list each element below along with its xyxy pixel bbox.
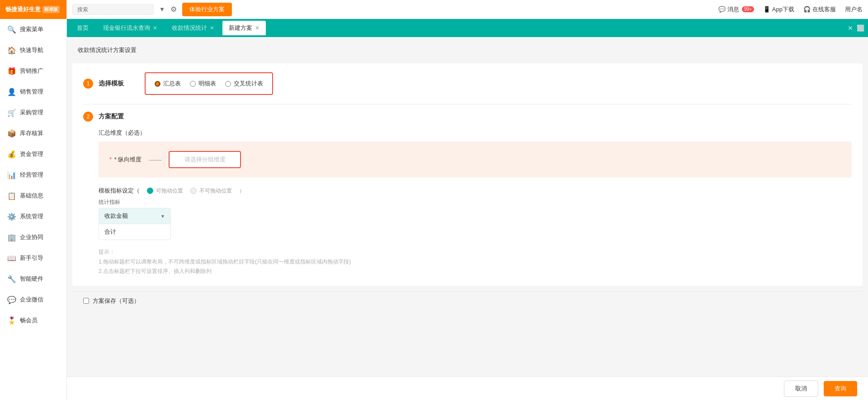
customer-service-label: 在线客服 [812, 5, 836, 14]
logo-text: 畅捷通好生意 [5, 5, 41, 14]
breadcrumb: 收款情况统计方案设置 [72, 42, 863, 58]
app-download-item[interactable]: 📱 App下载 [763, 5, 794, 14]
building-icon: 🏢 [7, 233, 16, 242]
radio-cross-input[interactable] [225, 81, 231, 87]
metrics-grid-container: 统计指标 收款金额 ▼ 合计 [99, 198, 852, 240]
settings-icon[interactable]: ⚙ [170, 5, 177, 14]
tab-bank-flow-label: 现金银行流水查询 [103, 24, 150, 32]
sidebar-item-marketing[interactable]: 🎁 营销推广 [0, 61, 66, 81]
main-content: ▼ ⚙ 体验行业方案 💬 消息 99+ 📱 App下载 🎧 在线客服 用户名 首… [67, 0, 868, 400]
tab-collection-stat-label: 收款情况统计 [172, 24, 207, 32]
draggable-hint: 可拖动位置 [147, 187, 183, 195]
trial-button[interactable]: 体验行业方案 [182, 3, 232, 16]
tab-bank-flow-close-icon[interactable]: ✕ [153, 25, 157, 31]
notification-item[interactable]: 💬 消息 99+ [718, 5, 754, 14]
sidebar-item-label: 库存核算 [20, 129, 43, 137]
sidebar-item-system[interactable]: ⚙️ 系统管理 [0, 206, 66, 227]
money-icon: 💰 [7, 150, 16, 159]
sidebar-item-inventory[interactable]: 📦 库存核算 [0, 123, 66, 144]
radio-detail-input[interactable] [190, 81, 196, 87]
template-radio-group: 汇总表 明细表 交叉统计表 [155, 80, 263, 88]
tab-home[interactable]: 首页 [71, 21, 95, 35]
sidebar-item-operations[interactable]: 📊 经营管理 [0, 165, 66, 185]
dimension-title: 汇总维度（必选） [99, 129, 852, 137]
tabbar: 首页 现金银行流水查询 ✕ 收款情况统计 ✕ 新建方案 ✕ ✕ ⬜ [67, 19, 868, 37]
draggable-indicator [147, 188, 153, 194]
undraggable-indicator [190, 188, 197, 194]
sidebar-item-purchase[interactable]: 🛒 采购管理 [0, 102, 66, 123]
tab-new-plan[interactable]: 新建方案 ✕ [222, 21, 266, 35]
tab-collection-stat-close-icon[interactable]: ✕ [210, 25, 214, 31]
dimension-subsection: 汇总维度（必选） * * 纵向维度 —— 请选择分组维度 [99, 129, 852, 277]
tip-line1: 1.拖动标题栏可以调整布局，不可跨维度或指标区域拖动栏目字段(只能在同一维度或指… [99, 257, 852, 267]
dropdown-arrow-icon[interactable]: ▼ [159, 6, 165, 13]
arrow-right-icon: —— [149, 156, 161, 163]
metrics-dropdown-arrow-icon[interactable]: ▼ [160, 214, 165, 219]
sidebar-item-label: 企业协同 [20, 233, 43, 241]
sidebar-item-wechat[interactable]: 💬 企业微信 [0, 289, 66, 310]
step1-label: 选择模板 [99, 80, 124, 88]
search-input[interactable] [72, 4, 154, 15]
sidebar-item-sales[interactable]: 👤 销售管理 [0, 81, 66, 102]
metrics-header-text: 收款金额 [104, 212, 128, 220]
cancel-button[interactable]: 取消 [784, 381, 818, 397]
notification-badge: 99+ [742, 6, 754, 12]
radio-summary-label: 汇总表 [163, 80, 181, 88]
main-card: 1 选择模板 汇总表 明细表 [72, 63, 863, 286]
tabbar-right-icons: ✕ ⬜ [848, 24, 864, 32]
hardware-icon: 🔧 [7, 275, 16, 283]
user-icon: 👤 [7, 88, 16, 96]
radio-cross[interactable]: 交叉统计表 [225, 80, 263, 88]
gift-icon: 🎁 [7, 67, 16, 75]
sidebar-item-label: 采购管理 [20, 108, 43, 117]
dimension-area: * * 纵向维度 —— 请选择分组维度 [99, 141, 852, 178]
book-icon: 📖 [7, 254, 16, 263]
undraggable-hint: 不可拖动位置 [190, 187, 232, 195]
page-content: 收款情况统计方案设置 1 选择模板 汇总表 [67, 37, 868, 376]
dimension-selector[interactable]: 请选择分组维度 [169, 151, 241, 168]
sidebar-item-basic-info[interactable]: 📋 基础信息 [0, 185, 66, 206]
message-icon: 💬 [718, 6, 726, 13]
tab-new-plan-close-icon[interactable]: ✕ [255, 25, 259, 31]
tab-collection-stat[interactable]: 收款情况统计 ✕ [165, 21, 221, 35]
close-window-icon[interactable]: ✕ [848, 24, 853, 32]
stat-label: 统计指标 [99, 198, 852, 206]
tab-bank-flow[interactable]: 现金银行流水查询 ✕ [97, 21, 164, 35]
sidebar-item-label: 经营管理 [20, 171, 43, 179]
metrics-grid-header[interactable]: 收款金额 ▼ [99, 208, 170, 224]
clipboard-icon: 📋 [7, 192, 16, 200]
sidebar-item-label: 智能硬件 [20, 275, 43, 283]
tab-home-label: 首页 [77, 24, 89, 32]
step2-header: 2 方案配置 [83, 112, 852, 122]
sidebar-item-guide[interactable]: 📖 新手引导 [0, 248, 66, 268]
template-selector: 汇总表 明细表 交叉统计表 [145, 72, 273, 95]
sidebar-item-enterprise[interactable]: 🏢 企业协同 [0, 227, 66, 248]
sidebar-item-label: 畅会员 [20, 316, 38, 325]
breadcrumb-text: 收款情况统计方案设置 [78, 47, 137, 53]
tip-line2: 2.点击标题栏下拉可设置排序、插入列和删除列 [99, 267, 852, 277]
sidebar-item-label: 新手引导 [20, 254, 43, 262]
radio-summary-input[interactable] [155, 81, 160, 87]
closing-paren: ） [239, 187, 245, 195]
chart-icon: 📊 [7, 171, 16, 179]
metrics-label-row: 模板指标设定（ 可拖动位置 不可拖动位置 ） [99, 187, 852, 195]
sidebar-item-hardware[interactable]: 🔧 智能硬件 [0, 268, 66, 289]
metrics-title: 模板指标设定（ [99, 187, 140, 195]
sidebar-item-member[interactable]: 🎖️ 畅会员 [0, 310, 66, 331]
sidebar-item-search[interactable]: 🔍 搜索菜单 [0, 19, 66, 40]
notification-label: 消息 [727, 5, 739, 14]
sidebar-item-quick-nav[interactable]: 🏠 快速导航 [0, 40, 66, 61]
save-checkbox[interactable] [83, 298, 89, 304]
customer-service-item[interactable]: 🎧 在线客服 [803, 5, 836, 14]
query-button[interactable]: 查询 [824, 381, 857, 396]
radio-detail[interactable]: 明细表 [190, 80, 216, 88]
sidebar-item-label: 基础信息 [20, 192, 43, 200]
home-icon: 🏠 [7, 46, 16, 55]
maximize-window-icon[interactable]: ⬜ [857, 24, 864, 32]
radio-summary[interactable]: 汇总表 [155, 80, 181, 88]
version-badge: 标准版 [42, 6, 60, 13]
sidebar-item-label: 销售管理 [20, 88, 43, 96]
step2-label: 方案配置 [99, 113, 124, 121]
sidebar-item-finance[interactable]: 💰 资金管理 [0, 144, 66, 165]
chat-icon: 💬 [7, 296, 16, 304]
